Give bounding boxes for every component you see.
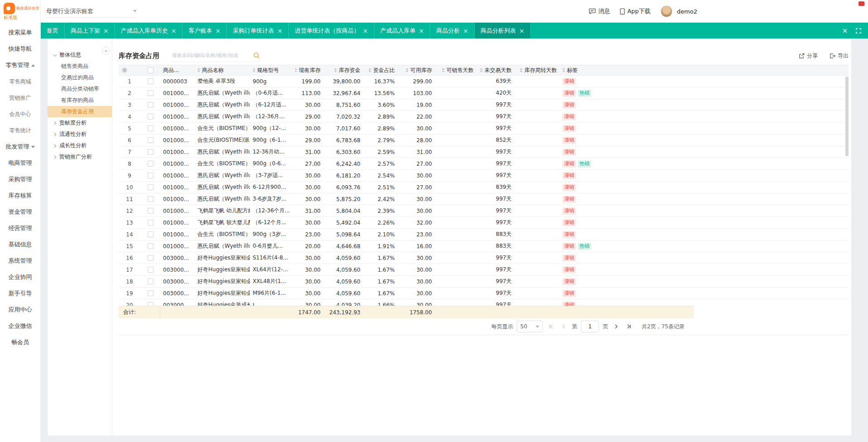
row-checkbox-cell[interactable] xyxy=(140,90,160,96)
tab-close-icon[interactable]: × xyxy=(171,28,177,34)
table-row[interactable]: 3001000...惠氏启赋（Wyeth illuma）（6-12月适...30… xyxy=(119,99,849,111)
checkbox[interactable] xyxy=(148,149,153,155)
row-checkbox-cell[interactable] xyxy=(140,302,160,306)
table-row[interactable]: 13001000...飞鹤星飞帆 较大婴儿配方奶（6-12个月...30.005… xyxy=(119,217,849,229)
column-header-stock[interactable]: 现有库存 xyxy=(295,65,323,75)
sidebar-item[interactable]: 快捷导航 xyxy=(0,41,40,57)
search-input[interactable] xyxy=(172,53,253,58)
fullscreen-button[interactable] xyxy=(854,27,863,35)
table-row[interactable]: 2001000...惠氏启赋（Wyeth illuma）（0-6月适...113… xyxy=(119,87,849,99)
checkbox[interactable] xyxy=(148,255,153,261)
share-button[interactable]: 分享 xyxy=(799,52,818,60)
row-checkbox-cell[interactable] xyxy=(140,243,160,249)
tab-item[interactable]: 客户账本× xyxy=(182,23,227,38)
column-settings-button[interactable] xyxy=(119,65,140,75)
table-row[interactable]: 19003000...好奇Huggies皇家铂金装纸尿裤M96片(6-1...3… xyxy=(119,288,849,299)
account-selector[interactable]: 母婴行业演示账套 xyxy=(46,5,137,18)
tab-close-icon[interactable]: × xyxy=(463,28,468,34)
table-row[interactable]: 10000003爱他美 卓萃3段900g199.0039,800.0016.37… xyxy=(119,76,849,87)
sort-icon[interactable] xyxy=(406,68,408,72)
column-header-saledays[interactable]: 可销售天数 xyxy=(435,65,476,75)
row-checkbox-cell[interactable] xyxy=(140,208,160,214)
table-row[interactable]: 17003000...好奇Huggies皇家铂金装纸尿裤XL64片(12-...… xyxy=(119,264,849,276)
table-row[interactable]: 9001000...惠氏启赋（Wyeth illuma）（3-7岁适...30.… xyxy=(119,170,849,182)
column-header-code[interactable]: 商品... xyxy=(160,65,195,75)
checkbox[interactable] xyxy=(148,184,153,190)
row-checkbox-cell[interactable] xyxy=(140,78,160,84)
last-page-button[interactable] xyxy=(624,321,633,332)
checkbox[interactable] xyxy=(148,161,153,167)
next-page-button[interactable] xyxy=(612,321,621,332)
app-download-button[interactable]: App下载 xyxy=(620,7,650,15)
row-checkbox-cell[interactable] xyxy=(140,184,160,190)
table-row[interactable]: 16003000...好奇Huggies皇家铂金装纸尿裤S116片(4-8...… xyxy=(119,252,849,264)
search-icon[interactable] xyxy=(253,52,260,59)
column-header-tags[interactable]: 标签 xyxy=(560,65,614,75)
panel-group[interactable]: 流通性分析 xyxy=(48,129,112,140)
table-row[interactable]: 7001000...惠氏启赋（Wyeth illuma）12-36月幼...31… xyxy=(119,146,849,158)
column-header-notrade[interactable]: 未交易天数 xyxy=(476,65,514,75)
row-checkbox-cell[interactable] xyxy=(140,125,160,131)
sort-icon[interactable] xyxy=(197,68,200,72)
checkbox[interactable] xyxy=(148,290,153,296)
sort-icon[interactable] xyxy=(295,68,297,72)
checkbox[interactable] xyxy=(148,220,153,226)
table-row[interactable]: 18003000...好奇Huggies皇家铂金装拉拉裤XXL48片(1...3… xyxy=(119,276,849,288)
row-checkbox-cell[interactable] xyxy=(140,161,160,167)
checkbox[interactable] xyxy=(148,67,153,73)
row-checkbox-cell[interactable] xyxy=(140,231,160,237)
sidebar-item[interactable]: 资金管理 xyxy=(0,204,40,220)
sidebar-item[interactable]: 零售管理 xyxy=(0,57,40,73)
panel-group[interactable]: 成长性分析 xyxy=(48,140,112,151)
sort-icon[interactable] xyxy=(334,68,337,72)
messages-button[interactable]: 消息 xyxy=(589,7,610,15)
column-header-fund[interactable]: 库存资金 xyxy=(323,65,363,75)
sort-icon[interactable] xyxy=(369,68,371,72)
sidebar-item[interactable]: 采购管理 xyxy=(0,171,40,187)
checkbox[interactable] xyxy=(148,125,153,131)
column-header-ratio[interactable]: 资金占比 xyxy=(363,65,398,75)
sidebar-item[interactable]: 营销推广 xyxy=(0,90,40,106)
tab-item[interactable]: 首页 xyxy=(41,23,65,38)
row-checkbox-cell[interactable] xyxy=(140,102,160,108)
checkbox[interactable] xyxy=(148,102,153,108)
tab-close-icon[interactable]: × xyxy=(277,28,283,34)
sidebar-item[interactable]: 搜索菜单 xyxy=(0,24,40,41)
row-checkbox-cell[interactable] xyxy=(140,149,160,155)
prev-page-button[interactable] xyxy=(559,321,568,332)
tab-item[interactable]: 商品上下架× xyxy=(65,23,115,38)
tab-item[interactable]: 采购订单统计表× xyxy=(227,23,289,38)
panel-item[interactable]: 交易过的商品 xyxy=(48,72,112,83)
row-checkbox-cell[interactable] xyxy=(140,267,160,273)
tab-close-icon[interactable]: × xyxy=(103,28,109,34)
username[interactable]: demo2 xyxy=(677,8,697,15)
sidebar-item[interactable]: 系统管理 xyxy=(0,253,40,269)
row-checkbox-cell[interactable] xyxy=(140,173,160,178)
row-checkbox-cell[interactable] xyxy=(140,137,160,143)
column-header-avail[interactable]: 可用库存 xyxy=(398,65,435,75)
row-checkbox-cell[interactable] xyxy=(140,114,160,120)
table-row[interactable]: 15001000...惠氏启赋（Wyeth illuma）0-6月婴儿...20… xyxy=(119,240,849,252)
table-row[interactable]: 5001000...合生元（BIOSTIME）派星婴900g（12-...30.… xyxy=(119,123,849,135)
checkbox[interactable] xyxy=(148,243,153,249)
sort-icon[interactable] xyxy=(520,68,523,72)
checkbox[interactable] xyxy=(148,267,153,273)
tab-item[interactable]: 产成品入库单× xyxy=(374,23,431,38)
first-page-button[interactable] xyxy=(547,321,556,332)
avatar[interactable] xyxy=(661,5,672,17)
tab-close-icon[interactable]: × xyxy=(363,28,368,34)
row-checkbox-cell[interactable] xyxy=(140,196,160,202)
search-box[interactable] xyxy=(171,49,261,62)
collapse-panel-button[interactable]: « xyxy=(102,47,110,55)
sidebar-item[interactable]: 经营管理 xyxy=(0,220,40,236)
per-page-select[interactable]: 50 xyxy=(517,321,543,332)
checkbox[interactable] xyxy=(148,279,153,284)
table-row[interactable]: 8001000...合生元（BIOSTIME）派星900g（0-6...27.0… xyxy=(119,158,849,170)
row-checkbox-cell[interactable] xyxy=(140,220,160,226)
sort-icon[interactable] xyxy=(253,68,255,72)
sidebar-item[interactable]: 批发管理 xyxy=(0,139,40,155)
panel-item[interactable]: 库存资金占用 xyxy=(48,106,112,117)
sort-icon[interactable] xyxy=(562,68,565,72)
tab-close-icon[interactable]: × xyxy=(215,28,221,34)
checkbox[interactable] xyxy=(148,90,153,96)
